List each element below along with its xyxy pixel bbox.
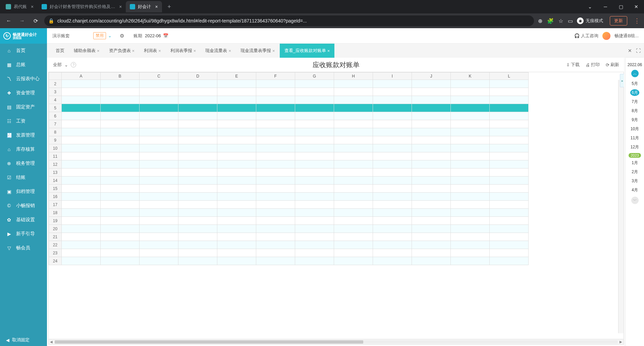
cell-A7[interactable]	[62, 120, 101, 128]
cell-I23[interactable]	[373, 249, 412, 257]
cell-A23[interactable]	[62, 249, 101, 257]
row-header-14[interactable]: 14	[49, 177, 62, 185]
cell-H6[interactable]	[334, 112, 373, 120]
row-header-3[interactable]: 3	[49, 88, 62, 96]
cell-G8[interactable]	[295, 128, 334, 136]
cell-D12[interactable]	[178, 160, 217, 168]
cell-G3[interactable]	[295, 88, 334, 96]
cell-K7[interactable]	[451, 120, 490, 128]
close-icon[interactable]: ×	[158, 48, 161, 53]
cell-K12[interactable]	[451, 160, 490, 168]
forward-button[interactable]: →	[17, 16, 27, 26]
close-icon[interactable]: ×	[228, 48, 231, 53]
avatar[interactable]	[602, 32, 610, 40]
sidebar-item-13[interactable]: ▶新手引导	[0, 227, 47, 241]
cell-A15[interactable]	[62, 185, 101, 193]
sidebar-logo[interactable]: ↻ 畅捷通好会计 旗舰版	[0, 28, 47, 44]
cell-D11[interactable]	[178, 152, 217, 160]
service-button[interactable]: 🎧 人工咨询	[574, 33, 598, 39]
cell-E14[interactable]	[217, 177, 256, 185]
sheet-grid-wrap[interactable]: ABCDEFGHIJKL2345678910111213141516171819…	[48, 72, 624, 339]
month-item-6月[interactable]: 6月	[630, 88, 639, 97]
cell-L18[interactable]	[490, 209, 529, 217]
cell-L6[interactable]	[490, 112, 529, 120]
sidebar-item-8[interactable]: ⊗税务管理	[0, 156, 47, 170]
cell-I22[interactable]	[373, 241, 412, 249]
maximize-icon[interactable]: ▢	[613, 0, 629, 13]
cell-K21[interactable]	[451, 233, 490, 241]
cell-C6[interactable]	[140, 112, 178, 120]
cell-K13[interactable]	[451, 168, 490, 177]
cell-D8[interactable]	[178, 128, 217, 136]
cell-D5[interactable]	[178, 104, 217, 112]
cell-B9[interactable]	[101, 136, 140, 144]
cell-D22[interactable]	[178, 241, 217, 249]
cell-E9[interactable]	[217, 136, 256, 144]
cell-F22[interactable]	[256, 241, 295, 249]
cell-H17[interactable]	[334, 201, 373, 209]
cell-F10[interactable]	[256, 144, 295, 152]
row-header-18[interactable]: 18	[49, 209, 62, 217]
menu-icon[interactable]: ⋮	[634, 17, 640, 24]
row-header-17[interactable]: 17	[49, 201, 62, 209]
cell-A16[interactable]	[62, 193, 101, 201]
cell-B19[interactable]	[101, 217, 140, 225]
cell-G9[interactable]	[295, 136, 334, 144]
cell-B17[interactable]	[101, 201, 140, 209]
cell-B10[interactable]	[101, 144, 140, 152]
cell-A24[interactable]	[62, 257, 101, 265]
cell-H14[interactable]	[334, 177, 373, 185]
cell-H9[interactable]	[334, 136, 373, 144]
cell-L3[interactable]	[490, 88, 529, 96]
cell-I17[interactable]	[373, 201, 412, 209]
col-header-D[interactable]: D	[178, 72, 217, 80]
month-item-next-2月[interactable]: 2月	[632, 167, 638, 177]
cell-L21[interactable]	[490, 233, 529, 241]
cell-I12[interactable]	[373, 160, 412, 168]
corner-cell[interactable]	[49, 72, 62, 80]
cell-K22[interactable]	[451, 241, 490, 249]
cell-A8[interactable]	[62, 128, 101, 136]
calendar-icon[interactable]: 📅	[163, 33, 168, 38]
cell-D14[interactable]	[178, 177, 217, 185]
cell-C13[interactable]	[140, 168, 178, 177]
cell-K10[interactable]	[451, 144, 490, 152]
cell-L24[interactable]	[490, 257, 529, 265]
cell-D24[interactable]	[178, 257, 217, 265]
cell-H21[interactable]	[334, 233, 373, 241]
cell-D10[interactable]	[178, 144, 217, 152]
cell-B13[interactable]	[101, 168, 140, 177]
vertical-scrollbar[interactable]	[618, 80, 624, 333]
browser-tab-0[interactable]: 易代账 ×	[2, 1, 38, 12]
cell-E6[interactable]	[217, 112, 256, 120]
cell-D17[interactable]	[178, 201, 217, 209]
url-input[interactable]: 🔒 cloud2.chanjet.com/accounting/uh26t264…	[44, 15, 534, 26]
cell-J4[interactable]	[412, 96, 451, 104]
row-header-10[interactable]: 10	[49, 144, 62, 152]
sidebar-item-1[interactable]: ▦总账	[0, 58, 47, 72]
sidebar-item-9[interactable]: ☑结账	[0, 170, 47, 185]
cell-G13[interactable]	[295, 168, 334, 177]
cell-J2[interactable]	[412, 80, 451, 88]
row-header-5[interactable]: 5	[49, 104, 62, 112]
cell-I20[interactable]	[373, 225, 412, 233]
cell-F9[interactable]	[256, 136, 295, 144]
col-header-J[interactable]: J	[412, 72, 451, 80]
cell-C16[interactable]	[140, 193, 178, 201]
cell-J14[interactable]	[412, 177, 451, 185]
cell-F16[interactable]	[256, 193, 295, 201]
page-tab-7[interactable]: 查看_应收账款对账单×	[280, 44, 335, 58]
cell-K24[interactable]	[451, 257, 490, 265]
cell-L10[interactable]	[490, 144, 529, 152]
cell-L19[interactable]	[490, 217, 529, 225]
cell-A19[interactable]	[62, 217, 101, 225]
reader-icon[interactable]: ▭	[568, 18, 573, 24]
cell-C2[interactable]	[140, 80, 178, 88]
sidebar-item-6[interactable]: 🧾发票管理	[0, 128, 47, 142]
cell-J11[interactable]	[412, 152, 451, 160]
cell-A21[interactable]	[62, 233, 101, 241]
sidebar-item-5[interactable]: ☷工资	[0, 114, 47, 128]
cell-E5[interactable]	[217, 104, 256, 112]
close-icon[interactable]: ×	[132, 48, 135, 53]
col-header-H[interactable]: H	[334, 72, 373, 80]
